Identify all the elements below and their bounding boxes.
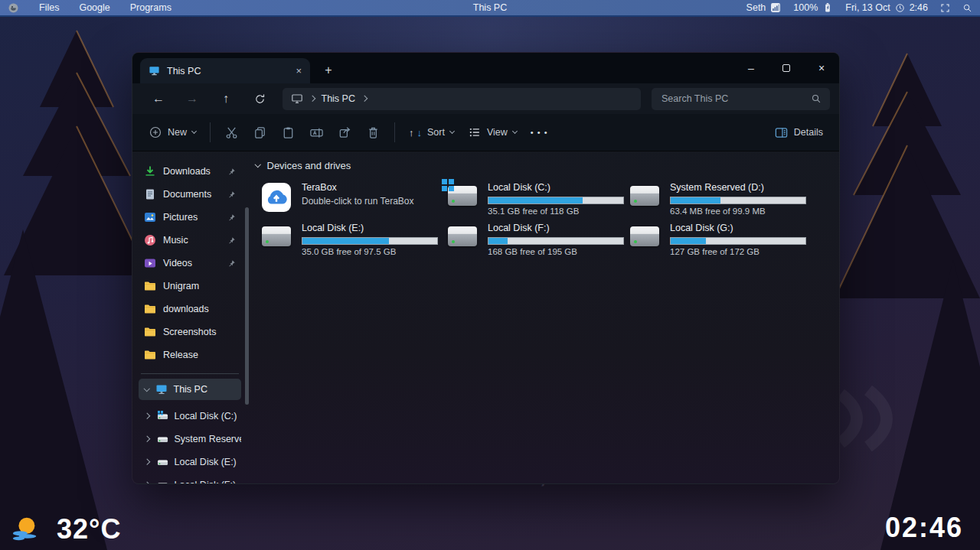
navigation-pane: Downloads Documents Pictures Music bbox=[139, 160, 241, 484]
videos-icon bbox=[144, 257, 156, 269]
folder-icon bbox=[144, 326, 156, 338]
copy-button[interactable] bbox=[246, 119, 274, 145]
tab-this-pc[interactable]: This PC × bbox=[140, 58, 310, 83]
section-devices-and-drives[interactable]: Devices and drives bbox=[256, 160, 833, 171]
chevron-down-icon bbox=[449, 128, 455, 133]
menu-files[interactable]: Files bbox=[39, 2, 59, 13]
close-button[interactable]: × bbox=[804, 53, 839, 83]
sidebar-item-music[interactable]: Music bbox=[139, 229, 241, 252]
battery-indicator[interactable]: 100% bbox=[793, 2, 833, 13]
drive-led bbox=[634, 240, 637, 243]
drive-icon bbox=[630, 186, 659, 206]
datetime-indicator[interactable]: Fri, 13 Oct 2:46 bbox=[845, 2, 928, 13]
search-input[interactable] bbox=[660, 93, 811, 105]
documents-icon bbox=[144, 188, 156, 200]
up-button[interactable]: ↑ bbox=[209, 86, 243, 111]
item-terabox[interactable]: TeraBox Double-click to run TeraBox bbox=[262, 182, 446, 219]
sidebar-item-local-disk-e[interactable]: Local Disk (E:) bbox=[139, 451, 241, 474]
breadcrumb-this-pc[interactable]: This PC bbox=[322, 93, 355, 104]
system-logo-icon[interactable] bbox=[8, 2, 19, 14]
downloads-icon bbox=[144, 165, 156, 177]
sidebar-item-screenshots[interactable]: Screenshots bbox=[139, 321, 241, 343]
date-label: Fri, 13 Oct bbox=[845, 2, 890, 13]
new-tab-button[interactable]: + bbox=[316, 58, 341, 83]
cut-icon bbox=[224, 125, 239, 140]
window-controls: – × bbox=[733, 53, 839, 83]
item-local-disk-g[interactable]: Local Disk (G:) 127 GB free of 172 GB bbox=[630, 223, 814, 259]
desktop: Good Afternoon, Seth!! Files Google Prog… bbox=[0, 0, 980, 550]
sidebar-item-local-disk-f[interactable]: Local Disk (F:) bbox=[139, 474, 241, 484]
forward-button[interactable]: → bbox=[175, 86, 209, 111]
capacity-fill bbox=[671, 197, 720, 203]
drive-led bbox=[266, 240, 269, 243]
pin-icon bbox=[227, 190, 236, 199]
menu-google[interactable]: Google bbox=[79, 2, 109, 13]
drive-icon bbox=[157, 480, 168, 485]
sidebar-item-release[interactable]: Release bbox=[139, 343, 241, 366]
sidebar-item-videos[interactable]: Videos bbox=[139, 252, 241, 275]
network-user-label: Seth bbox=[746, 2, 766, 13]
item-local-disk-e[interactable]: Local Disk (E:) 35.0 GB free of 97.5 GB bbox=[262, 223, 446, 259]
view-button[interactable]: View bbox=[461, 119, 524, 145]
capacity-fill bbox=[302, 238, 389, 244]
details-pane-icon bbox=[774, 125, 789, 140]
cut-button[interactable] bbox=[217, 119, 246, 145]
details-button[interactable]: Details bbox=[767, 119, 830, 145]
address-bar[interactable]: This PC bbox=[283, 88, 641, 110]
drive-icon bbox=[448, 186, 477, 206]
terabox-icon bbox=[262, 183, 291, 212]
sun-cloud-icon bbox=[11, 515, 40, 544]
active-window-title: This PC bbox=[473, 2, 507, 13]
rename-button[interactable] bbox=[302, 119, 331, 145]
breadcrumb-chevron-icon bbox=[361, 96, 368, 102]
refresh-button[interactable] bbox=[243, 86, 276, 111]
chevron-right-icon bbox=[144, 459, 150, 465]
fullscreen-icon[interactable] bbox=[940, 3, 950, 13]
sidebar-item-this-pc-selected[interactable]: This PC bbox=[139, 379, 241, 400]
pin-icon bbox=[227, 168, 236, 176]
maximize-icon bbox=[782, 64, 790, 72]
capacity-bar bbox=[302, 237, 438, 245]
chevron-down-icon bbox=[191, 128, 197, 133]
capacity-fill bbox=[488, 197, 583, 203]
sidebar-item-system-reserved[interactable]: System Reserved bbox=[139, 428, 241, 451]
chevron-down-icon bbox=[255, 161, 261, 168]
maximize-button[interactable] bbox=[769, 53, 804, 83]
sidebar-item-unigram[interactable]: Unigram bbox=[139, 275, 241, 298]
back-button[interactable]: ← bbox=[142, 86, 175, 111]
sidebar-item-local-disk-c[interactable]: Local Disk (C:) bbox=[139, 405, 241, 428]
navigation-bar: ← → ↑ This PC bbox=[132, 83, 839, 114]
search-box[interactable] bbox=[652, 88, 830, 110]
tab-close-icon[interactable]: × bbox=[296, 65, 302, 76]
pictures-icon bbox=[144, 211, 156, 223]
breadcrumb-chevron-icon bbox=[309, 96, 315, 102]
sidebar-item-pictures[interactable]: Pictures bbox=[139, 206, 241, 229]
drive-icon bbox=[157, 457, 168, 468]
sidebar-item-downloads[interactable]: Downloads bbox=[139, 160, 241, 183]
view-list-icon bbox=[468, 125, 482, 139]
sidebar-item-downloads-folder[interactable]: downloads bbox=[139, 298, 241, 321]
more-options-button[interactable]: • • • bbox=[524, 119, 555, 145]
sort-button[interactable]: ↑↓ Sort bbox=[402, 119, 461, 145]
new-button[interactable]: New bbox=[142, 119, 203, 145]
item-local-disk-f[interactable]: Local Disk (F:) 168 GB free of 195 GB bbox=[448, 223, 632, 259]
weather-widget[interactable]: 32°C bbox=[11, 513, 121, 545]
network-indicator[interactable]: Seth bbox=[746, 2, 782, 13]
share-icon bbox=[338, 125, 352, 140]
delete-button[interactable] bbox=[359, 119, 387, 145]
monitor-outline-icon bbox=[291, 93, 303, 105]
drive-icon bbox=[157, 434, 168, 445]
search-icon[interactable] bbox=[962, 3, 972, 13]
chevron-down-icon bbox=[512, 128, 518, 133]
paste-button[interactable] bbox=[274, 119, 302, 145]
item-local-disk-c[interactable]: Local Disk (C:) 35.1 GB free of 118 GB bbox=[448, 182, 632, 219]
ellipsis-icon: • • • bbox=[531, 128, 548, 137]
sidebar-scrollbar[interactable] bbox=[245, 207, 249, 405]
search-icon bbox=[811, 93, 822, 104]
item-system-reserved-d[interactable]: System Reserved (D:) 63.4 MB free of 99.… bbox=[630, 182, 814, 219]
sidebar-divider bbox=[141, 373, 239, 374]
menu-programs[interactable]: Programs bbox=[130, 2, 172, 13]
sidebar-item-documents[interactable]: Documents bbox=[139, 183, 241, 206]
minimize-button[interactable]: – bbox=[733, 53, 769, 83]
share-button[interactable] bbox=[331, 119, 359, 145]
